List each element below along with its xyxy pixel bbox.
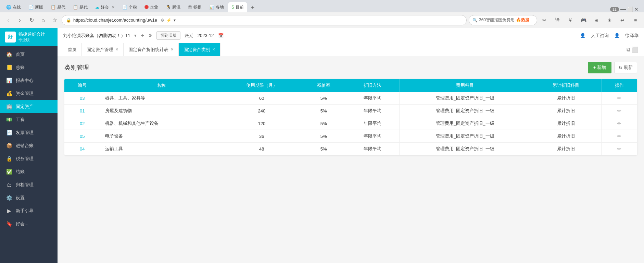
page-tab-fixed-asset-mgmt[interactable]: 固定资产管理 ✕ [82,43,124,56]
cell-action-3[interactable]: ✏ [601,130,637,143]
add-account-btn[interactable]: + [141,33,144,39]
undo-icon[interactable]: ↩ [617,15,628,25]
username-display[interactable]: 徐泽华 [625,33,639,39]
window-close[interactable]: ✕ [634,7,639,12]
th-salvage: 残值率 [301,79,346,92]
inventory-icon: 📦 [6,143,12,149]
cell-period-0: 60 [222,92,301,105]
home-icon: 🏠 [6,51,12,58]
sidebar-item-invoice[interactable]: 🧾 发票管理 [0,126,58,139]
tab5-label: 好会 [101,4,109,10]
switch-version-button[interactable]: 切到旧版 [156,31,180,40]
address-bolt-icon[interactable]: ⚡ [166,18,172,23]
page-header: 类别管理 + 新增 ↻ 刷新 [64,62,637,73]
sidebar-item-funds[interactable]: 💰 资金管理 [0,87,58,100]
cell-action-2[interactable]: ✏ [601,117,637,130]
forward-button[interactable]: › [15,15,25,25]
edit-icon-1[interactable]: ✏ [617,108,621,113]
sidebar-item-home[interactable]: 🏠 首页 [0,48,58,61]
back-button[interactable]: ‹ [3,15,13,25]
cell-code-4[interactable]: 04 [64,143,100,155]
address-tools-icon[interactable]: ⚙ [161,18,164,23]
cell-accum-3: 累计折旧 [531,130,601,143]
table-row: 01 房屋及建筑物 240 5% 年限平均 管理费用_固定资产折旧_一级 累计折… [64,105,637,117]
refresh-button[interactable]: ↻ 刷新 [614,62,637,73]
browser-tab-8[interactable]: 🐧 腾讯 [162,2,184,12]
add-category-button[interactable]: + 新增 [588,62,611,73]
new-tab-button[interactable]: + [248,3,257,12]
home-button[interactable]: ⌂ [38,15,48,25]
browser-tab-11[interactable]: S 目前 [228,2,247,12]
edit-icon-0[interactable]: ✏ [617,95,621,101]
browser-tab-4[interactable]: 📋 易代 [70,2,91,12]
calendar-icon[interactable]: 📅 [218,33,224,38]
cell-action-4[interactable]: ✏ [601,143,637,155]
sidebar-item-guide[interactable]: ▶ 新手引导 [0,204,58,217]
window-minimize[interactable]: — [620,6,626,12]
page-tab-asset-category[interactable]: 固定资产类别 ✕ [179,43,220,56]
cell-code-1[interactable]: 01 [64,105,100,117]
sidebar-label-reports: 报表中心 [16,77,34,84]
th-action: 操作 [601,79,637,92]
page-tab-home[interactable]: 首页 [63,43,82,56]
panel-maximize-icon[interactable]: ⬜ [632,46,639,53]
browser-tab-2[interactable]: 📄 新版 [25,2,47,12]
search-text: 360智能抠图免费用 [479,17,515,23]
window-maximize[interactable]: ⬜ [627,7,633,12]
browser-tab-3[interactable]: 📋 易代 [47,2,69,12]
address-bar[interactable]: 🔒 https://cloud.chanjet.com/accounting/u… [62,15,467,25]
grid-icon[interactable]: ⊞ [591,15,602,25]
wallet-icon[interactable]: ¥ [565,15,576,25]
sidebar-item-settings[interactable]: ⚙️ 设置 [0,191,58,204]
edit-icon-3[interactable]: ✏ [617,133,621,139]
cell-action-0[interactable]: ✏ [601,92,637,105]
scissors-icon[interactable]: ✂ [539,15,550,25]
browser-tab-1[interactable]: 🌐 在线 [3,2,24,12]
ai-consult-label[interactable]: 人工咨询 [591,33,609,39]
ledger-icon: 📒 [6,64,12,71]
cell-method-4: 年限平均 [346,143,400,155]
sidebar-item-reports[interactable]: 📊 报表中心 [0,74,58,87]
topbar-settings-icon[interactable]: ⚙ [148,33,152,38]
page-tabs: 首页 固定资产管理 ✕ 固定资产折旧统计表 ✕ 固定资产类别 ✕ ⧉ ⬜ [58,43,644,56]
user-dropdown-icon[interactable]: ▾ [134,33,137,38]
cell-action-1[interactable]: ✏ [601,105,637,117]
translate-icon[interactable]: 译 [552,15,563,25]
page-tab-depreciation-table[interactable]: 固定资产折旧统计表 ✕ [124,43,179,56]
table-header-row: 编号 名称 使用期限（月） 残值率 折旧方法 费用科目 累计折旧科目 操作 [64,79,637,92]
sidebar-item-salary[interactable]: 💵 工资 [0,113,58,126]
sidebar-item-more[interactable]: 🔖 好会... [0,217,58,230]
page-tab-depreciation-close[interactable]: ✕ [171,47,174,52]
browser-tab-5[interactable]: ☁ 好会 ✕ [92,2,118,12]
refresh-label: 刷新 [624,64,633,71]
page-tab-category-close[interactable]: ✕ [212,47,215,52]
edit-icon-4[interactable]: ✏ [617,146,621,152]
cell-code-2[interactable]: 02 [64,117,100,130]
browser-search-box[interactable]: 🔍 360智能抠图免费用 🔥热搜 [469,15,537,25]
cell-code-3[interactable]: 05 [64,130,100,143]
address-dropdown-icon[interactable]: ▾ [174,18,176,23]
sidebar-item-ledger[interactable]: 📒 总账 [0,61,58,74]
sidebar-item-archive[interactable]: 🗂 归档管理 [0,178,58,191]
tab5-close[interactable]: ✕ [112,5,115,10]
theme-icon[interactable]: ☀ [604,15,615,25]
panel-restore-icon[interactable]: ⧉ [627,47,630,53]
menu-icon[interactable]: ≡ [630,15,641,25]
browser-tab-9[interactable]: Ⓜ 畅提 [185,2,205,12]
tab8-favicon: 🐧 [166,5,171,10]
sidebar-item-fixed-assets[interactable]: 🏢 固定资产 [0,100,58,113]
sidebar-item-tax[interactable]: 🔒 税务管理 [0,152,58,165]
sidebar-item-inventory[interactable]: 📦 进销台账 [0,139,58,152]
browser-tab-7[interactable]: 🅒 企业 [141,2,162,12]
bookmark-button[interactable]: ☆ [50,15,60,25]
reload-button[interactable]: ↻ [27,15,36,25]
table-row: 03 器具、工具、家具等 60 5% 年限平均 管理费用_固定资产折旧_一级 累… [64,92,637,105]
browser-tab-6[interactable]: 📄 个税 [119,2,140,12]
th-expense: 费用科目 [399,79,531,92]
page-tab-fixed-mgmt-close[interactable]: ✕ [115,47,118,52]
edit-icon-2[interactable]: ✏ [617,121,621,126]
game-icon[interactable]: 🎮 [578,15,589,25]
sidebar-item-checkout[interactable]: ✅ 结账 [0,165,58,178]
browser-tab-10[interactable]: 📊 各地 [206,2,227,12]
cell-code-0[interactable]: 03 [64,92,100,105]
